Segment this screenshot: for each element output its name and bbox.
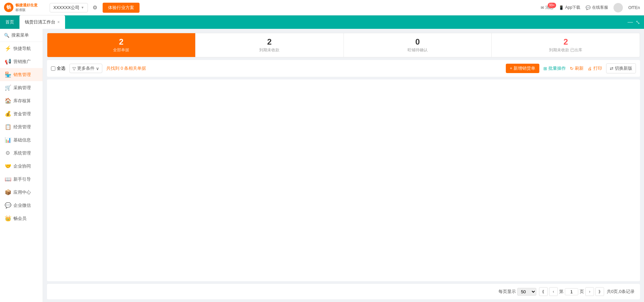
app-download-button[interactable]: 📱 App下载 [559,5,580,10]
last-page-button[interactable]: ⟫ [595,287,604,296]
tab-minimize-icon[interactable]: — [628,19,633,25]
first-page-button[interactable]: ⟪ [539,287,548,296]
finance-icon: 💰 [5,111,11,117]
often-label: OfTEn [628,5,640,10]
sidebar-item-member[interactable]: 👑 畅会员 [0,212,43,225]
found-text: 共找到 0 条相关单据 [106,65,146,71]
prev-page-button[interactable]: ‹ [549,287,558,296]
app-icon: 📱 [559,5,564,10]
sidebar-item-quick-nav[interactable]: ⚡ 快捷导航 [0,42,43,55]
switch-icon: ⇄ [610,66,613,71]
wechat-icon: 💬 [5,202,11,208]
inventory-icon: 🏠 [5,98,11,104]
tab-expand-icon[interactable]: ⤡ [636,19,640,25]
filter-icon: ▽ [72,66,76,71]
tab-bar: 首页 钱货日清工作台 × — ⤡ [0,15,644,29]
tab-qhrc[interactable]: 钱货日清工作台 × [19,15,65,29]
header-right: ✉ 消息 99+ 📱 App下载 💬 在线客服 OfTEn [541,3,640,12]
stat-num-all: 2 [53,37,190,47]
stat-label-all: 全部单据 [53,47,190,53]
next-page-button[interactable]: › [585,287,594,296]
sidebar-item-guide[interactable]: 📖 新手引导 [0,173,43,186]
settings-icon[interactable]: ⚙ [90,3,100,13]
sales-icon: 🏪 [5,71,11,78]
page-suffix: 页 [580,289,584,295]
sidebar-item-basic-info[interactable]: 📊 基础信息 [0,133,43,146]
tab-close-icon[interactable]: × [57,20,60,24]
basic-info-icon: 📊 [5,137,11,143]
quick-nav-icon: ⚡ [5,45,11,52]
content-area: 2 全部单据 2 到期未收款 0 旺铺待确认 2 到期未收款 已出库 全选 [43,29,644,302]
stat-num-pending: 0 [349,37,486,47]
sidebar-item-inventory[interactable]: 🏠 库存核算 [0,94,43,107]
select-all-checkbox[interactable]: 全选 [51,65,65,71]
page-size-select: 每页显示 50 10 20 100 [498,288,536,296]
stat-label-overdue-out: 到期未收款 已出库 [497,47,634,53]
member-icon: 👑 [5,215,11,222]
logo-icon: 畅 [4,3,13,12]
sidebar-item-marketing[interactable]: 📢 营销推广 [0,55,43,68]
refresh-button[interactable]: ↻ 刷新 [570,65,584,71]
print-icon: 🖨 [588,66,592,71]
sidebar-item-sales[interactable]: 🏪 销售管理 [0,68,43,81]
print-button[interactable]: 🖨 打印 [588,65,602,71]
company-name: XXXXXX公司 [53,5,79,11]
select-all-input[interactable] [51,66,55,71]
tab-bar-actions: — ⤡ [628,19,644,25]
stat-num-overdue: 2 [201,37,338,47]
filter-button[interactable]: ▽ 更多条件 ∨ [69,64,102,73]
experience-button[interactable]: 体验行业方案 [103,3,140,13]
message-button[interactable]: ✉ 消息 99+ [541,5,553,10]
system-icon: ⚙ [5,150,11,156]
search-menu-button[interactable]: 🔍 搜索菜单 [0,29,43,42]
avatar[interactable] [613,3,623,12]
sidebar-item-enterprise[interactable]: 🤝 企业协同 [0,160,43,173]
stats-tabs: 2 全部单据 2 到期未收款 0 旺铺待确认 2 到期未收款 已出库 [47,33,640,57]
stat-label-pending: 旺铺待确认 [349,47,486,53]
batch-icon: ⊞ [543,66,547,71]
new-sale-button[interactable]: + 新增销货单 [506,64,539,73]
sidebar-item-system[interactable]: ⚙ 系统管理 [0,146,43,160]
logo-name: 畅捷通好生意 [15,3,38,7]
pagination: 每页显示 50 10 20 100 ⟪ ‹ 第 页 › ⟫ 共0页,0条记录 [47,284,640,299]
stat-num-overdue-out: 2 [497,37,634,47]
stat-tab-all[interactable]: 2 全部单据 [47,33,196,57]
search-icon: 🔍 [4,33,9,38]
company-selector[interactable]: XXXXXX公司 ▼ [50,3,88,12]
page-nav: ⟪ ‹ 第 页 › ⟫ [539,287,604,296]
top-header: 畅 畅捷通好生意 标准版 XXXXXX公司 ▼ ⚙ 体验行业方案 ✉ 消息 99… [0,0,644,15]
sidebar: 🔍 搜索菜单 ⚡ 快捷导航 📢 营销推广 🏪 销售管理 🛒 采购管理 🏠 库存核… [0,29,43,302]
batch-operation-button[interactable]: ⊞ 批量操作 [543,65,566,71]
page-total: 共0页,0条记录 [607,289,635,295]
tab-home[interactable]: 首页 [0,15,19,29]
sidebar-item-operations[interactable]: 📋 经营管理 [0,120,43,133]
message-icon: ✉ [541,5,544,10]
logo-sub: 标准版 [15,8,38,12]
logo-area: 畅 畅捷通好生意 标准版 [4,3,47,12]
page-prefix: 第 [559,289,564,295]
enterprise-icon: 🤝 [5,163,11,169]
action-bar: 全选 ▽ 更多条件 ∨ 共找到 0 条相关单据 + 新增销货单 ⊞ 批量操作 ↻ [47,60,640,77]
online-service-button[interactable]: 💬 在线客服 [586,5,608,10]
stat-tab-pending[interactable]: 0 旺铺待确认 [344,33,492,57]
switch-version-button[interactable]: ⇄ 切换新版 [606,63,636,73]
chevron-down-icon: ∨ [96,66,99,71]
sidebar-item-finance[interactable]: 💰 资金管理 [0,107,43,120]
data-area [47,79,640,281]
stat-tab-overdue-out[interactable]: 2 到期未收款 已出库 [492,33,640,57]
sidebar-item-wechat[interactable]: 💬 企业微信 [0,199,43,212]
marketing-icon: 📢 [5,58,11,65]
stat-tab-overdue[interactable]: 2 到期未收款 [196,33,344,57]
service-icon: 💬 [586,5,591,10]
operations-icon: 📋 [5,124,11,130]
refresh-icon: ↻ [570,66,574,71]
chevron-down-icon: ▼ [81,6,84,9]
page-number-input[interactable] [565,288,578,295]
stat-label-overdue: 到期未收款 [201,47,338,53]
sidebar-item-purchase[interactable]: 🛒 采购管理 [0,81,43,94]
sidebar-item-app-center[interactable]: 📦 应用中心 [0,186,43,199]
message-badge: 99+ [548,3,556,8]
action-bar-right: + 新增销货单 ⊞ 批量操作 ↻ 刷新 🖨 打印 ⇄ 切换新版 [506,63,636,73]
page-size-dropdown[interactable]: 50 10 20 100 [517,288,536,296]
purchase-icon: 🛒 [5,84,11,91]
